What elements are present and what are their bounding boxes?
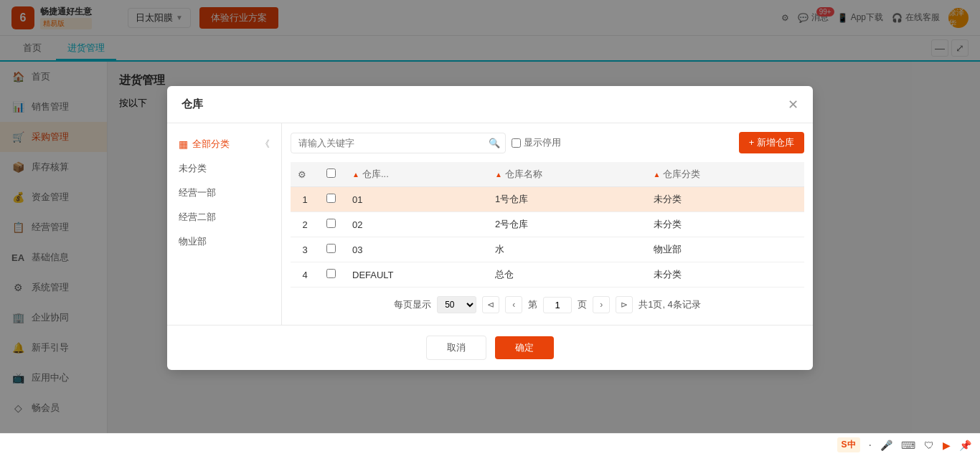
th-name: ▲ 仓库名称 <box>488 162 646 187</box>
category-all-header[interactable]: ▦ 全部分类 《 <box>167 132 281 156</box>
pin-icon[interactable]: 📌 <box>959 440 971 451</box>
confirm-button[interactable]: 确定 <box>495 336 554 359</box>
category-item-ops2[interactable]: 经营二部 <box>167 205 281 229</box>
category-all-label: 全部分类 <box>192 138 230 151</box>
row-num-1: 1 <box>291 187 319 212</box>
row-code-2: 02 <box>345 212 488 237</box>
row-code-4: DEFAULT <box>345 262 488 288</box>
row-check-4 <box>319 262 345 288</box>
row-check-2 <box>319 212 345 237</box>
table-row[interactable]: 1 01 1号仓库 未分类 <box>291 187 804 212</box>
th-code: ▲ 仓库... <box>345 162 488 187</box>
row-category-2: 未分类 <box>646 212 804 237</box>
search-input[interactable] <box>291 133 506 153</box>
table-panel: 🔍 显示停用 + 新增仓库 ⚙ <box>282 123 813 325</box>
page-input[interactable] <box>543 297 572 313</box>
search-input-wrap: 🔍 <box>291 133 506 153</box>
row-category-4: 未分类 <box>646 262 804 288</box>
category-item-ops1[interactable]: 经营一部 <box>167 181 281 205</box>
row-check-3 <box>319 237 345 262</box>
row-name-3: 水 <box>488 237 646 262</box>
collapse-icon[interactable]: 《 <box>260 138 270 151</box>
mic-icon[interactable]: 🎤 <box>880 440 892 451</box>
sort-icon: ▲ <box>352 171 359 179</box>
th-checkbox <box>319 162 345 187</box>
page-label-pre: 第 <box>528 298 537 311</box>
next-page-button[interactable]: › <box>593 296 610 313</box>
modal-footer: 取消 确定 <box>167 325 813 370</box>
table-row[interactable]: 2 02 2号仓库 未分类 <box>291 212 804 237</box>
prev-page-button[interactable]: ‹ <box>505 296 522 313</box>
add-warehouse-button[interactable]: + 新增仓库 <box>739 132 804 153</box>
show-disabled-checkbox[interactable] <box>512 138 521 148</box>
th-category: ▲ 仓库分类 <box>646 162 804 187</box>
row-code-3: 03 <box>345 237 488 262</box>
dot-indicator: · <box>869 439 872 452</box>
sort-icon3: ▲ <box>654 171 661 179</box>
row-name-4: 总仓 <box>488 262 646 288</box>
play-icon[interactable]: ▶ <box>943 440 951 451</box>
modal-body: ▦ 全部分类 《 未分类 经营一部 经营二部 物业部 🔍 <box>167 123 813 325</box>
table-header-row: ⚙ ▲ 仓库... <box>291 162 804 187</box>
table-container: ⚙ ▲ 仓库... <box>291 162 804 288</box>
modal-overlay: 仓库 ✕ ▦ 全部分类 《 未分类 经营一部 经营二部 物业部 <box>0 0 980 456</box>
grid-icon: ▦ <box>179 138 188 150</box>
row-check-1 <box>319 187 345 212</box>
table-head: ⚙ ▲ 仓库... <box>291 162 804 187</box>
total-info: 共1页, 4条记录 <box>639 298 701 311</box>
row-num-2: 2 <box>291 212 319 237</box>
settings-icon: ⚙ <box>298 169 306 180</box>
search-icon[interactable]: 🔍 <box>489 138 500 148</box>
per-page-label: 每页显示 <box>394 298 431 311</box>
page-label: 页 <box>578 298 587 311</box>
category-item-property[interactable]: 物业部 <box>167 229 281 254</box>
last-page-button[interactable]: ⊳ <box>616 296 633 313</box>
table-body: 1 01 1号仓库 未分类 2 02 2号仓库 <box>291 187 804 288</box>
row-name-1: 1号仓库 <box>488 187 646 212</box>
shield-icon: 🛡 <box>924 440 934 451</box>
row-code-1: 01 <box>345 187 488 212</box>
table-row[interactable]: 4 DEFAULT 总仓 未分类 <box>291 262 804 288</box>
th-gear: ⚙ <box>291 162 319 187</box>
first-page-button[interactable]: ⊲ <box>482 296 499 313</box>
pagination: 每页显示 50 100 ⊲ ‹ 第 页 › ⊳ 共1页, 4条记录 <box>291 288 804 316</box>
category-panel: ▦ 全部分类 《 未分类 经营一部 经营二部 物业部 <box>167 123 282 325</box>
sort-icon2: ▲ <box>495 171 502 179</box>
row-category-3: 物业部 <box>646 237 804 262</box>
category-item-uncategorized[interactable]: 未分类 <box>167 156 281 181</box>
per-page-select[interactable]: 50 100 <box>437 296 476 313</box>
show-disabled-label[interactable]: 显示停用 <box>512 136 561 149</box>
keyboard-icon[interactable]: ⌨ <box>901 440 915 451</box>
table-toolbar: 🔍 显示停用 + 新增仓库 <box>291 132 804 153</box>
row-num-4: 4 <box>291 262 319 288</box>
row-category-1: 未分类 <box>646 187 804 212</box>
row-name-2: 2号仓库 <box>488 212 646 237</box>
modal-header: 仓库 ✕ <box>167 86 813 123</box>
modal-title: 仓库 <box>182 98 203 111</box>
warehouse-modal: 仓库 ✕ ▦ 全部分类 《 未分类 经营一部 经营二部 物业部 <box>167 86 813 370</box>
select-all-checkbox[interactable] <box>326 168 336 178</box>
bottom-bar: S中 · 🎤 ⌨ 🛡 ▶ 📌 <box>0 433 980 456</box>
modal-close-button[interactable]: ✕ <box>788 98 798 111</box>
ime-indicator[interactable]: S中 <box>837 437 860 452</box>
row-num-3: 3 <box>291 237 319 262</box>
warehouse-table: ⚙ ▲ 仓库... <box>291 162 804 288</box>
cancel-button[interactable]: 取消 <box>426 336 486 360</box>
table-row[interactable]: 3 03 水 物业部 <box>291 237 804 262</box>
